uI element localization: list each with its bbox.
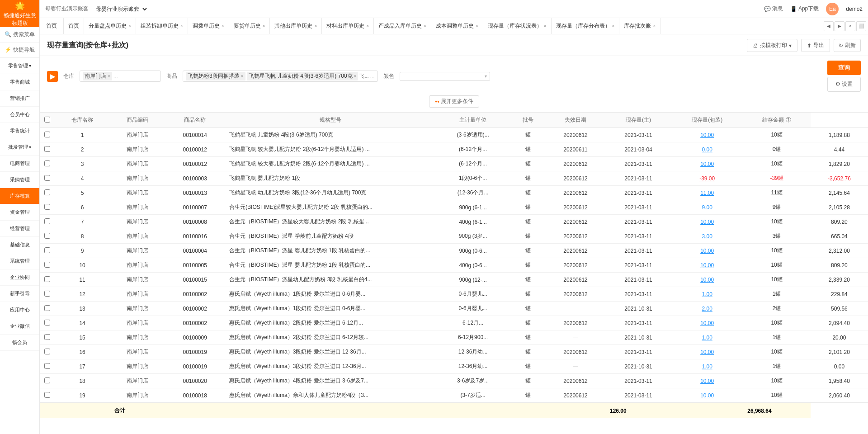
row-stock-main[interactable]: 3.00 [671, 229, 743, 244]
sidebar-item-marketing[interactable]: 营销推广 [0, 90, 39, 107]
row-stock-main[interactable]: 2.00 [671, 302, 743, 316]
row-checkbox[interactable] [44, 146, 50, 152]
tab-close-mixing[interactable]: × [222, 24, 224, 28]
tab-nav-prev[interactable]: ◀ [824, 21, 834, 31]
tab-close-inventory-dist[interactable]: × [612, 24, 615, 28]
app-download-button[interactable]: 📱 App下载 [790, 5, 819, 13]
row-checkbox[interactable] [44, 276, 50, 282]
export-button[interactable]: ⬆ 导出 [801, 39, 830, 52]
row-stock-main[interactable]: 10.00 [671, 316, 743, 330]
row-checkbox[interactable] [44, 189, 50, 195]
sidebar-item-inventory[interactable]: 库存核算 [0, 188, 39, 204]
tab-inventory-dist[interactable]: 现存量（库存分布表）× [552, 18, 620, 34]
row-checkbox[interactable] [44, 377, 50, 383]
row-checkbox[interactable] [44, 320, 50, 326]
row-stock-main[interactable]: 10.00 [671, 345, 743, 359]
row-stock-main[interactable]: 10.00 [671, 374, 743, 388]
sidebar-item-new-guide[interactable]: 新手引导 [0, 286, 39, 302]
row-checkbox[interactable] [44, 218, 50, 224]
query-button[interactable]: 查询 [827, 61, 861, 75]
tab-disassembly[interactable]: 组装拆卸单历史× [136, 18, 188, 34]
sidebar-search[interactable]: 🔍 搜索菜单 [0, 27, 39, 42]
row-stock-main[interactable]: -39.00 [671, 171, 743, 186]
tab-close-split-inventory[interactable]: × [128, 24, 131, 28]
tab-close-product-in[interactable]: × [424, 24, 426, 28]
avatar[interactable]: Ea [826, 3, 839, 15]
tab-close-inventory-status[interactable]: × [544, 24, 547, 28]
sidebar-item-member[interactable]: 会员中心 [0, 107, 39, 123]
row-checkbox[interactable] [44, 291, 50, 297]
row-checkbox[interactable] [44, 305, 50, 311]
row-stock-main[interactable]: 10.00 [671, 244, 743, 258]
row-stock-main[interactable]: 1.00 [671, 359, 743, 374]
sidebar-item-retail-stats[interactable]: 零售统计 [0, 123, 39, 139]
tab-product-in[interactable]: 产成品入库单历史× [374, 18, 431, 34]
sidebar-item-retail-mgmt[interactable]: 零售管理 ▾ [0, 58, 39, 74]
product-tag-1-close[interactable]: × [241, 74, 244, 79]
sidebar-item-ecommerce[interactable]: 电商管理 [0, 156, 39, 172]
row-stock-main[interactable]: 10.00 [671, 273, 743, 287]
sidebar-item-corp-wechat[interactable]: 企业微信 [0, 318, 39, 335]
sidebar-item-system[interactable]: 系统管理 [0, 253, 39, 269]
tab-maximize[interactable]: ⬜ [856, 21, 866, 31]
tab-home[interactable]: 首页 [40, 18, 64, 34]
username[interactable]: demo2 [846, 6, 863, 12]
row-checkbox[interactable] [44, 247, 50, 253]
row-stock-main[interactable]: 1.00 [671, 330, 743, 345]
sidebar-item-operations[interactable]: 经营管理 [0, 221, 39, 237]
row-stock-main[interactable]: 10.00 [671, 157, 743, 171]
tab-close-batch-voucher[interactable]: × [653, 24, 656, 28]
row-stock-main[interactable]: 0.00 [671, 142, 743, 157]
row-checkbox[interactable] [44, 204, 50, 210]
row-checkbox[interactable] [44, 233, 50, 239]
tab-cost-adjust[interactable]: 成本调整单历史× [431, 18, 483, 34]
expand-conditions-button[interactable]: ▾▾ 展开更多条件 [429, 95, 479, 108]
row-stock-main[interactable]: 10.00 [671, 388, 743, 403]
row-stock-main[interactable]: 11.00 [671, 186, 743, 200]
product-filter-input[interactable]: 飞鹤奶粉3段同捆搭装 × 飞鹤星飞帆 儿童奶粉 4段(3-6岁适用) 700克 … [183, 71, 378, 82]
row-checkbox[interactable] [44, 132, 50, 137]
sidebar-item-wholesale[interactable]: 批发管理 ▾ [0, 139, 39, 156]
account-select[interactable]: 母婴行业演示账套 [92, 5, 148, 14]
row-checkbox[interactable] [44, 334, 50, 340]
warehouse-filter-input[interactable]: 南岸门店 × ... [80, 71, 161, 82]
refresh-button[interactable]: ↻ 刷新 [834, 39, 861, 52]
tab-close-disassembly[interactable]: × [180, 24, 183, 28]
row-checkbox[interactable] [44, 349, 50, 354]
row-checkbox[interactable] [44, 175, 50, 181]
sidebar-item-vip[interactable]: 畅会员 [0, 335, 39, 351]
sidebar-item-purchase[interactable]: 采购管理 [0, 172, 39, 188]
tab-close-cost-adjust[interactable]: × [476, 24, 478, 28]
row-stock-main[interactable]: 10.00 [671, 215, 743, 229]
settings-button[interactable]: ⚙ 设置 [827, 77, 861, 92]
color-filter-input[interactable]: ▾ [400, 72, 490, 81]
row-checkbox[interactable] [44, 160, 50, 166]
tab-close-material-out[interactable]: × [366, 24, 369, 28]
row-checkbox[interactable] [44, 363, 50, 369]
sidebar-item-finance[interactable]: 资金管理 [0, 204, 39, 221]
row-checkbox[interactable] [44, 262, 50, 268]
message-button[interactable]: 💬 消息 [764, 5, 783, 13]
tab-mixing[interactable]: 调拨单历史× [188, 18, 229, 34]
template-print-button[interactable]: 🖨 按模板打印 ▾ [747, 39, 797, 52]
row-stock-main[interactable]: 10.00 [671, 128, 743, 142]
row-stock-main[interactable]: 1.00 [671, 287, 743, 302]
select-all-checkbox[interactable] [44, 117, 50, 123]
sidebar-item-basic-info[interactable]: 基础信息 [0, 237, 39, 253]
product-tag-2-close[interactable]: × [354, 74, 357, 79]
tab-home[interactable]: 首页 [64, 18, 84, 34]
tab-requisition[interactable]: 要货单历史× [229, 18, 270, 34]
row-stock-main[interactable]: 10.00 [671, 258, 743, 273]
sidebar-item-enterprise[interactable]: 企业协同 [0, 269, 39, 286]
tab-close-requisition[interactable]: × [263, 24, 265, 28]
sidebar-item-retail-mall[interactable]: 零售商城 [0, 74, 39, 90]
sidebar-item-app-center[interactable]: 应用中心 [0, 302, 39, 318]
tab-split-inventory[interactable]: 分量盘点单历史× [84, 18, 136, 34]
tab-close-all[interactable]: × [845, 21, 855, 31]
tab-close-other-out[interactable]: × [314, 24, 317, 28]
warehouse-tag-close[interactable]: × [108, 74, 110, 79]
tab-batch-voucher[interactable]: 库存批次账× [619, 18, 660, 34]
filter-expand-left-button[interactable]: ▶ [47, 71, 58, 82]
tab-material-out[interactable]: 材料出库单历史× [322, 18, 374, 34]
row-checkbox[interactable] [44, 392, 50, 398]
